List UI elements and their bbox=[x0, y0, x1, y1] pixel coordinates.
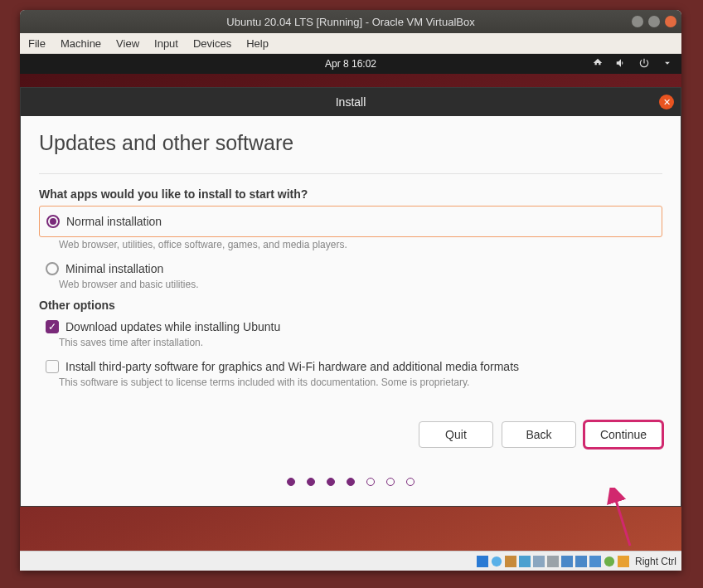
third-party-option[interactable]: Install third-party software for graphic… bbox=[39, 357, 662, 377]
window-controls bbox=[632, 16, 676, 27]
quit-button[interactable]: Quit bbox=[419, 421, 493, 448]
progress-dot bbox=[366, 478, 375, 486]
installer-dialog: Install ✕ Updates and other software Wha… bbox=[20, 87, 681, 507]
status-audio-icon[interactable] bbox=[505, 556, 516, 567]
installer-titlebar[interactable]: Install ✕ bbox=[21, 88, 681, 116]
menu-view[interactable]: View bbox=[116, 37, 139, 50]
maximize-icon[interactable] bbox=[648, 16, 660, 27]
svg-point-1 bbox=[492, 556, 502, 566]
third-party-desc: This software is subject to license term… bbox=[59, 377, 662, 388]
svg-rect-3 bbox=[519, 556, 531, 567]
normal-install-radio[interactable] bbox=[46, 215, 60, 228]
host-key-label: Right Ctrl bbox=[635, 556, 676, 567]
third-party-label: Install third-party software for graphic… bbox=[65, 360, 519, 373]
virtualbox-window: Ubuntu 20.04 LTS [Running] - Oracle VM V… bbox=[20, 10, 681, 571]
minimal-install-radio[interactable] bbox=[46, 262, 59, 275]
minimal-install-label: Minimal installation bbox=[65, 262, 163, 275]
progress-dot bbox=[307, 478, 315, 486]
svg-rect-0 bbox=[477, 556, 488, 567]
third-party-checkbox[interactable] bbox=[46, 360, 59, 373]
close-icon[interactable] bbox=[665, 16, 676, 27]
download-updates-desc: This saves time after installation. bbox=[59, 337, 662, 348]
status-optical-icon[interactable] bbox=[491, 556, 502, 567]
apps-question: What apps would you like to install to s… bbox=[39, 187, 662, 201]
minimal-install-option[interactable]: Minimal installation bbox=[39, 259, 662, 279]
installer-body: Updates and other software What apps wou… bbox=[21, 116, 681, 506]
divider bbox=[39, 173, 662, 174]
power-icon[interactable] bbox=[638, 57, 650, 71]
menu-devices[interactable]: Devices bbox=[193, 37, 231, 50]
status-network-icon[interactable] bbox=[519, 556, 531, 567]
progress-dot bbox=[327, 478, 335, 486]
download-updates-label: Download updates while installing Ubuntu bbox=[65, 320, 280, 333]
svg-rect-10 bbox=[618, 556, 629, 567]
menu-input[interactable]: Input bbox=[154, 37, 178, 50]
download-updates-checkbox[interactable] bbox=[46, 320, 59, 333]
download-updates-option[interactable]: Download updates while installing Ubuntu bbox=[39, 317, 662, 337]
installer-close-icon[interactable]: ✕ bbox=[659, 95, 674, 109]
progress-dot bbox=[386, 478, 395, 486]
svg-rect-5 bbox=[547, 556, 559, 567]
progress-dot bbox=[347, 478, 355, 486]
status-recording-icon[interactable] bbox=[575, 556, 587, 567]
chevron-down-icon[interactable] bbox=[662, 57, 673, 71]
normal-install-label: Normal installation bbox=[66, 215, 162, 228]
virtualbox-titlebar[interactable]: Ubuntu 20.04 LTS [Running] - Oracle VM V… bbox=[20, 10, 681, 33]
status-usb-icon[interactable] bbox=[533, 556, 545, 567]
virtualbox-statusbar: Right Ctrl bbox=[20, 551, 681, 571]
status-mouse-icon[interactable] bbox=[618, 556, 629, 567]
minimize-icon[interactable] bbox=[632, 16, 643, 27]
virtualbox-title: Ubuntu 20.04 LTS [Running] - Oracle VM V… bbox=[226, 16, 474, 28]
status-disk-icon[interactable] bbox=[477, 556, 488, 567]
minimal-install-desc: Web browser and basic utilities. bbox=[59, 279, 662, 290]
button-row: Quit Back Continue bbox=[39, 421, 662, 448]
svg-rect-6 bbox=[561, 556, 573, 567]
menu-machine[interactable]: Machine bbox=[61, 37, 101, 50]
svg-rect-8 bbox=[589, 556, 601, 567]
other-options-heading: Other options bbox=[39, 299, 662, 312]
svg-point-9 bbox=[604, 556, 614, 566]
status-cpu-icon[interactable] bbox=[589, 556, 601, 567]
progress-dot bbox=[287, 478, 295, 486]
gnome-topbar: Apr 8 16:02 bbox=[20, 54, 681, 74]
continue-button[interactable]: Continue bbox=[584, 421, 662, 448]
gnome-system-tray[interactable] bbox=[592, 57, 673, 71]
status-shared-icon[interactable] bbox=[547, 556, 559, 567]
network-icon[interactable] bbox=[592, 57, 604, 71]
svg-rect-7 bbox=[575, 556, 587, 567]
status-settings-icon[interactable] bbox=[604, 556, 615, 567]
gnome-clock[interactable]: Apr 8 16:02 bbox=[325, 58, 376, 70]
normal-install-option[interactable]: Normal installation bbox=[39, 206, 662, 237]
status-display-icon[interactable] bbox=[561, 556, 573, 567]
svg-rect-2 bbox=[505, 556, 516, 567]
back-button[interactable]: Back bbox=[502, 421, 576, 448]
page-title: Updates and other software bbox=[39, 131, 662, 155]
installer-window-title: Install bbox=[336, 95, 366, 109]
progress-dot bbox=[406, 478, 415, 486]
normal-install-desc: Web browser, utilities, office software,… bbox=[59, 239, 662, 250]
guest-screen: Apr 8 16:02 Install ✕ Updates and other … bbox=[20, 54, 681, 551]
menu-help[interactable]: Help bbox=[246, 37, 269, 50]
menu-file[interactable]: File bbox=[28, 37, 46, 50]
volume-icon[interactable] bbox=[615, 57, 627, 71]
virtualbox-menubar: File Machine View Input Devices Help bbox=[20, 33, 681, 54]
svg-rect-4 bbox=[533, 556, 545, 567]
progress-dots bbox=[39, 478, 662, 486]
